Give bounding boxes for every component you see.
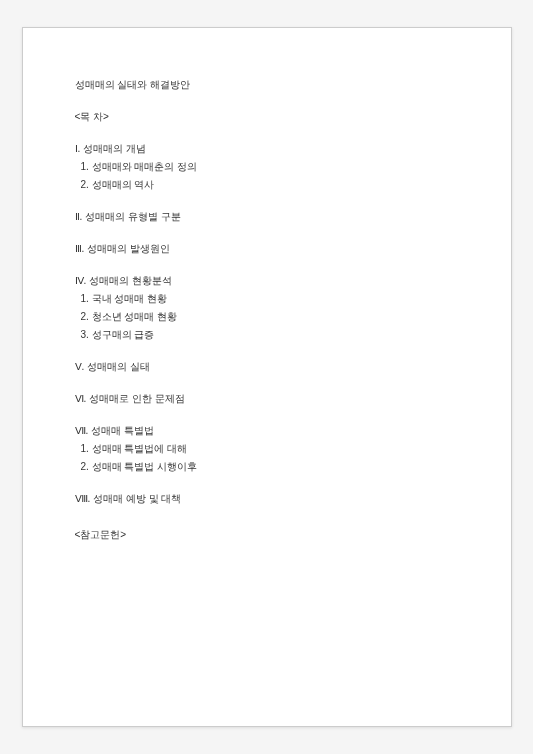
section-header: Ⅴ. 성매매의 실태 bbox=[75, 358, 459, 376]
section-header: Ⅱ. 성매매의 유형별 구분 bbox=[75, 208, 459, 226]
toc-header: <목 차> bbox=[75, 108, 459, 126]
document-title: 성매매의 실태와 해결방안 bbox=[75, 76, 459, 94]
section-5: Ⅴ. 성매매의 실태 bbox=[75, 358, 459, 376]
sub-item: 2. 성매매 특별법 시행이후 bbox=[75, 458, 459, 476]
section-4: Ⅳ. 성매매의 현황분석 1. 국내 성매매 현황 2. 청소년 성매매 현황 … bbox=[75, 272, 459, 344]
section-3: Ⅲ. 성매매의 발생원인 bbox=[75, 240, 459, 258]
document-content: 성매매의 실태와 해결방안 <목 차> Ⅰ. 성매매의 개념 1. 성매매와 매… bbox=[75, 76, 459, 544]
section-header: Ⅵ. 성매매로 인한 문제점 bbox=[75, 390, 459, 408]
section-1: Ⅰ. 성매매의 개념 1. 성매매와 매매춘의 정의 2. 성매매의 역사 bbox=[75, 140, 459, 194]
section-header: Ⅶ. 성매매 특별법 bbox=[75, 422, 459, 440]
sub-item: 1. 국내 성매매 현황 bbox=[75, 290, 459, 308]
section-6: Ⅵ. 성매매로 인한 문제점 bbox=[75, 390, 459, 408]
section-header: Ⅰ. 성매매의 개념 bbox=[75, 140, 459, 158]
section-header: Ⅲ. 성매매의 발생원인 bbox=[75, 240, 459, 258]
sub-item: 2. 청소년 성매매 현황 bbox=[75, 308, 459, 326]
section-header: Ⅳ. 성매매의 현황분석 bbox=[75, 272, 459, 290]
document-page: 성매매의 실태와 해결방안 <목 차> Ⅰ. 성매매의 개념 1. 성매매와 매… bbox=[22, 27, 512, 727]
section-header: Ⅷ. 성매매 예방 및 대책 bbox=[75, 490, 459, 508]
section-7: Ⅶ. 성매매 특별법 1. 성매매 특별법에 대해 2. 성매매 특별법 시행이… bbox=[75, 422, 459, 476]
sub-item: 1. 성매매와 매매춘의 정의 bbox=[75, 158, 459, 176]
sub-item: 3. 성구매의 급증 bbox=[75, 326, 459, 344]
references-header: <참고문헌> bbox=[75, 526, 459, 544]
sub-item: 1. 성매매 특별법에 대해 bbox=[75, 440, 459, 458]
section-2: Ⅱ. 성매매의 유형별 구분 bbox=[75, 208, 459, 226]
section-8: Ⅷ. 성매매 예방 및 대책 bbox=[75, 490, 459, 508]
sub-item: 2. 성매매의 역사 bbox=[75, 176, 459, 194]
